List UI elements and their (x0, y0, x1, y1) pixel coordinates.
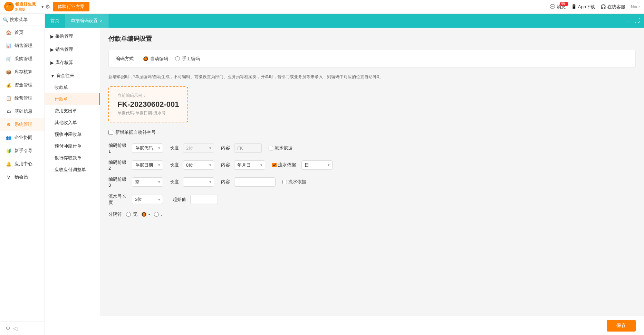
prefix3-stream-checkbox[interactable] (282, 180, 287, 184)
serial-length-wrapper: 3位 (132, 195, 163, 204)
tab-close-icon[interactable]: × (100, 18, 103, 24)
auto-encode-radio[interactable] (143, 56, 148, 61)
sidebar-item-inventory[interactable]: 📦 库存核算 (0, 65, 45, 78)
prefix3-stream-label: 流水依据 (282, 179, 306, 185)
save-button[interactable]: 保存 (607, 320, 636, 332)
sidebar-item-system[interactable]: ⚙ 系统管理 (0, 118, 45, 131)
search-menu[interactable]: 🔍 搜索菜单 (0, 14, 45, 26)
top-bar-right: 💬 消息 99+ 📱 App下载 🎧 在线客服 Nare (550, 4, 640, 10)
prefix2-select[interactable]: 单据日期 (132, 160, 163, 170)
top-bar: 🍊 畅通好生意 旗舰版 ▾ ⚙ 体验行业方案 💬 消息 99+ 📱 App下载 … (0, 0, 644, 14)
prefix1-content-label: 内容 (221, 145, 230, 151)
prefix2-stream-label: 流水依据 (272, 162, 296, 168)
prefix2-stream-checkbox[interactable] (272, 163, 277, 167)
prefix3-length-select[interactable] (183, 177, 214, 187)
prefix1-length-wrapper: 2位 (183, 143, 214, 153)
prefix3-content-input[interactable] (234, 177, 276, 187)
sub-item-receipt[interactable]: 收款单 (45, 82, 100, 93)
separator-dot-radio[interactable] (154, 212, 159, 217)
user-name[interactable]: Nare (631, 4, 640, 9)
preview-code: FK-20230602-001 (117, 100, 179, 109)
sub-item-expense[interactable]: 费用支出单 (45, 105, 100, 117)
online-service-btn[interactable]: 🎧 在线客服 (600, 4, 625, 10)
app-download-btn[interactable]: 📱 App下载 (571, 4, 595, 10)
brand-text: 畅通好生意 旗舰版 (15, 2, 36, 11)
chart-icon: 📊 (6, 43, 12, 49)
sidebar-item-sales[interactable]: 📊 销售管理 (0, 39, 45, 52)
message-btn[interactable]: 💬 消息 99+ (550, 4, 566, 10)
home-icon: 🏠 (6, 29, 12, 36)
chevron-down-icon-2: ▼ (50, 73, 55, 78)
separator-dash-radio[interactable] (142, 212, 146, 217)
tab-encoding-settings[interactable]: 单据编码设置 × (65, 14, 108, 28)
chevron-right-icon-2: ▶ (50, 47, 54, 52)
sidebar-item-appcenter[interactable]: 🔔 应用中心 (0, 157, 45, 170)
sub-item-payment[interactable]: 付款单 (45, 93, 100, 105)
serial-start-input[interactable]: 1 (190, 195, 218, 204)
prefix3-select[interactable]: 空 (132, 177, 163, 187)
auto-encode-option[interactable]: 自动编码 (143, 56, 168, 62)
preview-label: 当前编码示例： (117, 93, 179, 99)
sidebar-item-finance[interactable]: 💰 资金管理 (0, 78, 45, 92)
prefix2-select-wrapper: 单据日期 (132, 160, 163, 170)
settings-icon: ⚙ (6, 121, 12, 128)
tab-home[interactable]: 首页 (45, 14, 65, 28)
sub-item-adjustment[interactable]: 应收应付调整单 (45, 164, 100, 176)
sub-item-prepay-receivable[interactable]: 预收冲应收单 (45, 129, 100, 140)
sub-item-prepay-payable[interactable]: 预付冲应付单 (45, 140, 100, 152)
sidebar-item-guide[interactable]: 🔰 新手引导 (0, 144, 45, 157)
prefix2-length-label: 长度 (170, 162, 179, 168)
sub-group-inventory: ▶ 库存核算 (45, 57, 100, 68)
message-icon: 💬 (550, 4, 555, 9)
experience-btn[interactable]: 体验行业方案 (53, 2, 89, 11)
sub-item-bank[interactable]: 银行存取款单 (45, 152, 100, 164)
box-icon: 📦 (6, 69, 12, 75)
sub-group-purchase-title[interactable]: ▶ 采购管理 (45, 30, 100, 42)
main-content: 付款单编码设置 编码方式 自动编码 手工编码 (100, 28, 644, 316)
guide-icon: 🔰 (6, 148, 12, 154)
sub-group-sales-title[interactable]: ▶ 销售管理 (45, 44, 100, 55)
prefix2-length-select[interactable]: 8位 (183, 160, 214, 170)
sub-group-inventory-title[interactable]: ▶ 库存核算 (45, 57, 100, 68)
top-bar-nav: ▾ ⚙ (41, 3, 50, 10)
prefix1-select[interactable]: 单据代码 (132, 143, 163, 153)
prefix1-stream-checkbox[interactable] (269, 146, 273, 150)
manual-encode-radio[interactable] (175, 56, 180, 61)
sidebar-item-vip[interactable]: V 畅会员 (0, 170, 45, 184)
content-area: 首页 单据编码设置 × — ⛶ ▶ 采购管理 (45, 14, 644, 335)
separator-dash-option[interactable]: - (142, 212, 150, 217)
separator-none-radio[interactable] (126, 212, 131, 217)
encoding-type-group: 编码方式 自动编码 手工编码 (116, 56, 628, 62)
prefix3-select-wrapper: 空 (132, 177, 163, 187)
separator-none-option[interactable]: 无 (126, 211, 137, 217)
prefix1-label: 编码前缀1 (108, 142, 128, 154)
nav-dropdown[interactable]: ▾ (41, 4, 44, 9)
prefix2-stream-period-select[interactable]: 日 (301, 160, 333, 170)
sidebar-item-home[interactable]: 🏠 首页 (0, 26, 45, 39)
sidebar-item-purchase[interactable]: 🛒 采购管理 (0, 52, 45, 65)
separator-dot-option[interactable]: . (154, 212, 162, 217)
autofill-label: 新增单据自动补空号 (115, 129, 156, 136)
sub-group-sales: ▶ 销售管理 (45, 44, 100, 55)
encoding-type-section: 编码方式 自动编码 手工编码 (108, 50, 636, 68)
encoding-type-label: 编码方式 (116, 56, 134, 62)
sidebar-item-enterprise[interactable]: 👥 企业协同 (0, 131, 45, 144)
maximize-icon[interactable]: ⛶ (633, 16, 641, 25)
phone-icon: 📱 (571, 4, 577, 9)
serial-length-select[interactable]: 3位 (132, 195, 163, 204)
collapse-icon[interactable]: ◁ (13, 325, 17, 332)
info-icon: 🗂 (6, 108, 12, 114)
sidebar-item-basicinfo[interactable]: 🗂 基础信息 (0, 105, 45, 118)
sidebar-item-business[interactable]: 📋 经营管理 (0, 92, 45, 105)
sub-group-capital-title[interactable]: ▼ 资金往来 (45, 70, 100, 82)
gear-icon[interactable]: ⚙ (45, 3, 50, 10)
page-title: 付款单编码设置 (108, 35, 636, 43)
preview-box: 当前编码示例： FK-20230602-001 单据代码-单据日期-流水号 (108, 86, 188, 122)
prefix2-content-select[interactable]: 年月日 (234, 160, 265, 170)
settings-small-icon[interactable]: ⚙ (6, 325, 10, 332)
sub-item-other-income[interactable]: 其他收入单 (45, 117, 100, 129)
minimize-icon[interactable]: — (623, 16, 632, 25)
autofill-checkbox[interactable] (108, 130, 113, 135)
prefix1-select-wrapper: 单据代码 (132, 143, 163, 153)
manual-encode-option[interactable]: 手工编码 (175, 56, 200, 62)
